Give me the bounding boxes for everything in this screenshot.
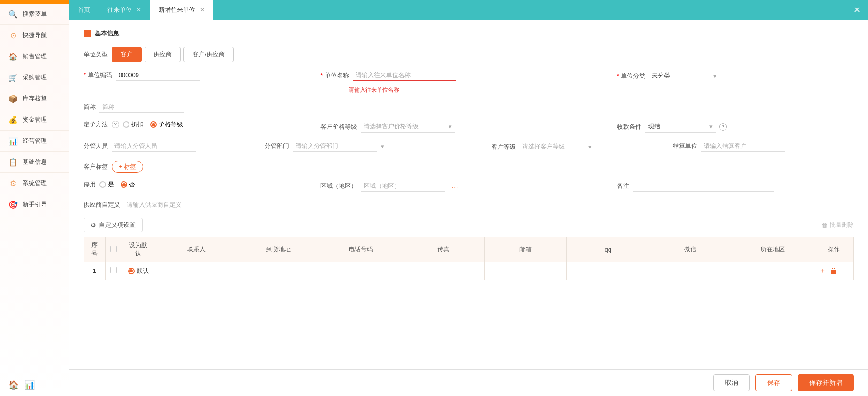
tab-units[interactable]: 往来单位 ✕: [99, 0, 150, 20]
row-default-label: 默认: [137, 267, 149, 275]
payment-terms-help-icon[interactable]: ?: [719, 123, 727, 131]
cell-default[interactable]: 默认: [122, 262, 155, 280]
manager-input[interactable]: [112, 140, 196, 152]
cell-fax[interactable]: [402, 262, 484, 280]
row-default-radio[interactable]: 默认: [127, 267, 150, 275]
save-new-button[interactable]: 保存并新增: [798, 374, 854, 391]
unit-name-field: 单位名称 请输入往来单位名称: [320, 70, 617, 94]
sidebar-item-purchase-label: 采购管理: [23, 73, 47, 82]
col-address: 到货地址: [237, 237, 320, 262]
drag-handle[interactable]: ⋮: [841, 266, 849, 275]
btn-supplier[interactable]: 供应商: [145, 47, 181, 62]
sidebar-item-inventory-label: 库存核算: [23, 94, 47, 103]
abbr-row: 简称: [84, 101, 854, 113]
payment-terms-arrow: ▾: [709, 123, 713, 130]
wechat-input[interactable]: [654, 267, 726, 274]
custom-settings-button[interactable]: ⚙ 自定义项设置: [84, 218, 143, 232]
abbr-input[interactable]: [99, 101, 184, 113]
cell-region-input[interactable]: [736, 267, 808, 274]
manager-ellipsis[interactable]: …: [200, 142, 211, 150]
add-tag-button[interactable]: + 标签: [112, 161, 143, 173]
row-checkbox[interactable]: [110, 267, 117, 273]
btn-customer[interactable]: 客户: [112, 47, 142, 62]
customer-price-level-arrow: ▾: [449, 123, 452, 130]
cell-email[interactable]: [484, 262, 566, 280]
tab-new-unit[interactable]: 新增往来单位 ✕: [150, 0, 213, 20]
delete-row-btn[interactable]: 🗑: [830, 267, 838, 275]
tabbar-close-btn[interactable]: ✕: [846, 5, 868, 15]
unit-info-row: 单位编码 单位名称 请输入往来单位名称 单位分类 未分类 ▾: [84, 70, 854, 94]
sidebar-bottom-icon2[interactable]: 📊: [24, 380, 35, 390]
sidebar-item-sales[interactable]: 🏠 销售管理: [0, 46, 69, 67]
sidebar-item-finance[interactable]: 💰 资金管理: [0, 109, 69, 131]
unit-name-input[interactable]: [353, 70, 456, 81]
unit-category-value: 未分类: [652, 71, 670, 80]
cell-phone[interactable]: [320, 262, 402, 280]
customer-price-level-select[interactable]: 请选择客户价格等级 ▾: [361, 120, 455, 133]
qq-input[interactable]: [571, 267, 644, 274]
radio-disable-yes[interactable]: 是: [99, 180, 114, 189]
phone-input[interactable]: [325, 267, 397, 274]
cancel-button[interactable]: 取消: [713, 374, 750, 391]
region-input[interactable]: [361, 180, 445, 192]
tab-home-label: 首页: [78, 6, 90, 14]
customer-level-select[interactable]: 请选择客户等级 ▾: [519, 140, 594, 153]
radio-disable-yes-label: 是: [108, 180, 114, 189]
cell-contact[interactable]: [155, 262, 237, 280]
unit-name-label: 单位名称: [320, 71, 349, 80]
dept-dropdown-arrow[interactable]: ▾: [381, 143, 384, 150]
sidebar-item-quicknav[interactable]: ⊙ 快捷导航: [0, 25, 69, 46]
unit-type-label: 单位类型: [84, 50, 108, 59]
sidebar-item-inventory[interactable]: 📦 库存核算: [0, 88, 69, 109]
tab-home[interactable]: 首页: [69, 0, 99, 20]
unit-type-row: 单位类型 客户 供应商 客户/供应商: [84, 47, 854, 62]
dept-input[interactable]: [293, 140, 377, 152]
unit-category-select[interactable]: 未分类 ▾: [649, 70, 719, 82]
section-title-text: 基本信息: [95, 29, 119, 38]
settlement-input[interactable]: [701, 140, 785, 152]
settlement-ellipsis[interactable]: …: [789, 142, 800, 150]
tab-new-unit-close[interactable]: ✕: [200, 7, 205, 13]
sidebar-item-purchase[interactable]: 🛒 采购管理: [0, 67, 69, 88]
cell-qq[interactable]: [567, 262, 649, 280]
sidebar-item-basic[interactable]: 📋 基础信息: [0, 152, 69, 173]
contact-input[interactable]: [160, 267, 232, 274]
sidebar-item-operations[interactable]: 📊 经营管理: [0, 131, 69, 152]
supplier-custom-field: 供应商自定义: [84, 199, 854, 210]
disable-field: 停用 是 否: [84, 180, 320, 189]
cell-region[interactable]: [731, 262, 814, 280]
abbr-field: 简称: [84, 101, 854, 113]
batch-delete-button[interactable]: 🗑 批量删除: [822, 221, 854, 229]
radio-price-level[interactable]: 价格等级: [150, 120, 183, 129]
radio-disable-no[interactable]: 否: [121, 180, 135, 189]
remark-input[interactable]: [633, 180, 774, 192]
sidebar-bottom-icon1[interactable]: 🏠: [8, 380, 19, 390]
sidebar-item-guide[interactable]: 🎯 新手引导: [0, 194, 69, 215]
customer-tag-field: 客户标签 + 标签: [84, 161, 854, 173]
email-input[interactable]: [489, 267, 562, 274]
save-button[interactable]: 保存: [755, 374, 792, 391]
region-ellipsis[interactable]: …: [449, 182, 460, 190]
cell-wechat[interactable]: [649, 262, 731, 280]
cell-address[interactable]: [237, 262, 320, 280]
pricing-help-icon[interactable]: ?: [112, 121, 119, 128]
add-row-btn[interactable]: ＋: [819, 266, 826, 276]
sidebar-item-search[interactable]: 🔍 搜索菜单: [0, 4, 69, 25]
supplier-custom-input[interactable]: [124, 199, 227, 210]
unit-code-input[interactable]: [116, 70, 200, 81]
cell-index: 1: [84, 262, 106, 280]
select-all-checkbox[interactable]: [110, 246, 117, 252]
section-icon: [84, 30, 91, 37]
batch-delete-label: 批量删除: [830, 221, 854, 229]
address-input[interactable]: [242, 267, 314, 274]
btn-both[interactable]: 客户/供应商: [183, 47, 234, 62]
customer-price-level-label: 客户价格等级: [320, 123, 357, 131]
radio-discount[interactable]: 折扣: [123, 120, 144, 129]
main-area: 首页 往来单位 ✕ 新增往来单位 ✕ ✕ 基本信息 单位类型 客户 供应商 客户…: [69, 0, 868, 396]
col-region: 所在地区: [731, 237, 814, 262]
fax-input[interactable]: [407, 267, 479, 274]
tab-units-close[interactable]: ✕: [137, 7, 141, 13]
payment-terms-select[interactable]: 现结 ▾: [645, 120, 716, 133]
col-index: 序号: [84, 237, 106, 262]
sidebar-item-system[interactable]: ⚙ 系统管理: [0, 173, 69, 194]
